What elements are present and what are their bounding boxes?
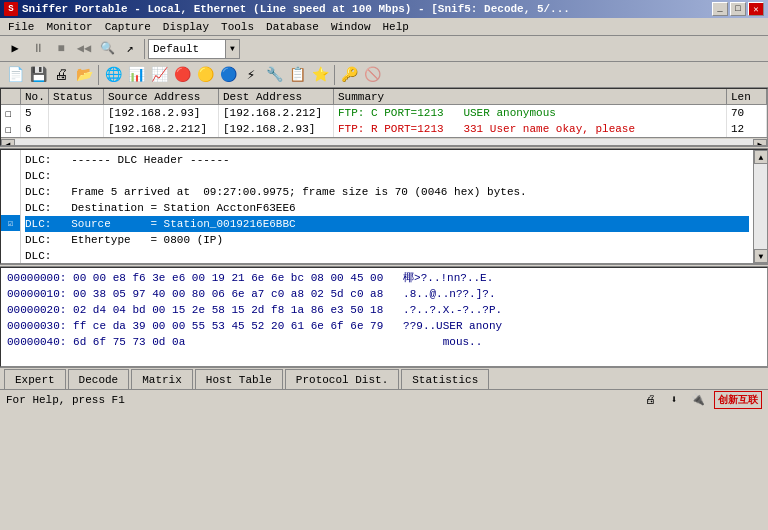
row6-len: 12 [727,121,767,137]
menu-help[interactable]: Help [377,20,415,34]
tab-protocol-dist[interactable]: Protocol Dist. [285,369,399,389]
menu-bar: File Monitor Capture Display Tools Datab… [0,18,768,36]
profile-dropdown[interactable]: Default ▼ [148,39,240,59]
packet-table-header: No. Status Source Address Dest Address S… [1,89,767,105]
dropdown-arrow-icon[interactable]: ▼ [225,40,239,58]
menu-capture[interactable]: Capture [99,20,157,34]
row5-len: 70 [727,105,767,121]
tab-host-table[interactable]: Host Table [195,369,283,389]
save-button[interactable]: 💾 [27,65,49,85]
close-button[interactable]: ✕ [748,2,764,16]
play-button[interactable]: ▶ [4,39,26,59]
pause-button[interactable]: ⏸ [27,39,49,59]
icon-btn-1[interactable]: 🌐 [102,65,124,85]
hex-dump-area: 00000000: 00 00 e8 f6 3e e6 00 19 21 6e … [0,267,768,367]
status-icon-arrow[interactable]: ⬇ [666,392,682,408]
status-icons: 🖨 ⬇ 🔌 创新互联 [642,391,762,409]
tab-bar: Expert Decode Matrix Host Table Protocol… [0,367,768,389]
row6-checkbox[interactable]: ☐ [1,121,21,137]
hex-line-0: 00000000: 00 00 e8 f6 3e e6 00 19 21 6e … [7,270,761,286]
icon-btn-6[interactable]: 🔵 [217,65,239,85]
search-button[interactable]: 🔍 [96,39,118,59]
menu-window[interactable]: Window [325,20,377,34]
header-dst: Dest Address [219,89,334,104]
minimize-button[interactable]: _ [712,2,728,16]
icon-btn-5[interactable]: 🟡 [194,65,216,85]
status-icon-network[interactable]: 🔌 [690,392,706,408]
row5-src: [192.168.2.93] [104,105,219,121]
icon-btn-4[interactable]: 🔴 [171,65,193,85]
menu-monitor[interactable]: Monitor [40,20,98,34]
row5-dst: [192.168.2.212] [219,105,334,121]
decode-area: ☑ DLC: ------ DLC Header ------ DLC: DLC… [0,149,768,264]
packet-row-6[interactable]: ☐ 6 [192.168.2.212] [192.168.2.93] FTP: … [1,121,767,137]
hscroll-right[interactable]: ▶ [753,139,767,147]
row6-summary: FTP: R PORT=1213 331 User name okay, ple… [334,121,727,137]
icon-btn-11[interactable]: 🔑 [338,65,360,85]
app-icon: S [4,2,18,16]
row5-summary: FTP: C PORT=1213 USER anonymous [334,105,727,121]
title-bar-buttons: _ □ ✕ [712,2,764,16]
print-button[interactable]: 🖨 [50,65,72,85]
toolbar-1: ▶ ⏸ ■ ◀◀ 🔍 ↗ Default ▼ [0,36,768,62]
hscroll-track[interactable] [15,139,753,147]
decode-selected-marker: ☑ [1,215,20,231]
icon-btn-9[interactable]: 📋 [286,65,308,85]
decode-scroll-down[interactable]: ▼ [754,249,768,263]
hex-line-4: 00000040: 6d 6f 75 73 0d 0a mous.. [7,334,761,350]
open-button[interactable]: 📂 [73,65,95,85]
decode-line-5: DLC: Ethertype = 0800 (IP) [25,232,749,248]
row6-status [49,121,104,137]
hex-line-2: 00000020: 02 d4 04 bd 00 15 2e 58 15 2d … [7,302,761,318]
icon-btn-8[interactable]: 🔧 [263,65,285,85]
row6-dst: [192.168.2.93] [219,121,334,137]
tab-decode[interactable]: Decode [68,369,130,389]
tab-matrix[interactable]: Matrix [131,369,193,389]
stop-button[interactable]: ■ [50,39,72,59]
header-src: Source Address [104,89,219,104]
toolbar-separator-3 [334,65,335,85]
decode-line-2: DLC: Frame 5 arrived at 09:27:00.9975; f… [25,184,749,200]
header-summary: Summary [334,89,727,104]
tab-expert[interactable]: Expert [4,369,66,389]
hex-line-1: 00000010: 00 38 05 97 40 00 80 06 6e a7 … [7,286,761,302]
decode-line-4[interactable]: DLC: Source = Station_0019216E6BBC [25,216,749,232]
title-bar: S Sniffer Portable - Local, Ethernet (Li… [0,0,768,18]
packet-table: No. Status Source Address Dest Address S… [0,88,768,146]
decode-line-3: DLC: Destination = Station AcctonF63EE6 [25,200,749,216]
icon-btn-10[interactable]: ⭐ [309,65,331,85]
new-button[interactable]: 📄 [4,65,26,85]
hex-line-3: 00000030: ff ce da 39 00 00 55 53 45 52 … [7,318,761,334]
hscroll-left[interactable]: ◀ [1,139,15,147]
decode-scroll-up[interactable]: ▲ [754,150,768,164]
packet-hscrollbar[interactable]: ◀ ▶ [1,137,767,146]
icon-btn-3[interactable]: 📈 [148,65,170,85]
menu-database[interactable]: Database [260,20,325,34]
decode-content: DLC: ------ DLC Header ------ DLC: DLC: … [21,150,753,263]
decode-line-0: DLC: ------ DLC Header ------ [25,152,749,168]
rewind-button[interactable]: ◀◀ [73,39,95,59]
menu-file[interactable]: File [2,20,40,34]
help-text: For Help, press F1 [6,394,125,406]
row5-no: 5 [21,105,49,121]
maximize-button[interactable]: □ [730,2,746,16]
decode-scroll-track[interactable] [754,164,767,249]
menu-tools[interactable]: Tools [215,20,260,34]
header-len: Len [727,89,767,104]
icon-btn-2[interactable]: 📊 [125,65,147,85]
decode-scrollbar: ▲ ▼ [753,150,767,263]
toolbar-separator-2 [98,65,99,85]
status-icon-print[interactable]: 🖨 [642,392,658,408]
toolbar-2: 📄 💾 🖨 📂 🌐 📊 📈 🔴 🟡 🔵 ⚡ 🔧 📋 ⭐ 🔑 🚫 [0,62,768,88]
export-button[interactable]: ↗ [119,39,141,59]
tab-statistics[interactable]: Statistics [401,369,489,389]
packet-row-5[interactable]: ☐ 5 [192.168.2.93] [192.168.2.212] FTP: … [1,105,767,121]
row5-checkbox[interactable]: ☐ [1,105,21,121]
decode-line-6: DLC: [25,248,749,263]
brand-logo: 创新互联 [714,391,762,409]
toolbar-separator-1 [144,39,145,59]
icon-btn-7[interactable]: ⚡ [240,65,262,85]
row6-src: [192.168.2.212] [104,121,219,137]
icon-btn-12[interactable]: 🚫 [361,65,383,85]
menu-display[interactable]: Display [157,20,215,34]
